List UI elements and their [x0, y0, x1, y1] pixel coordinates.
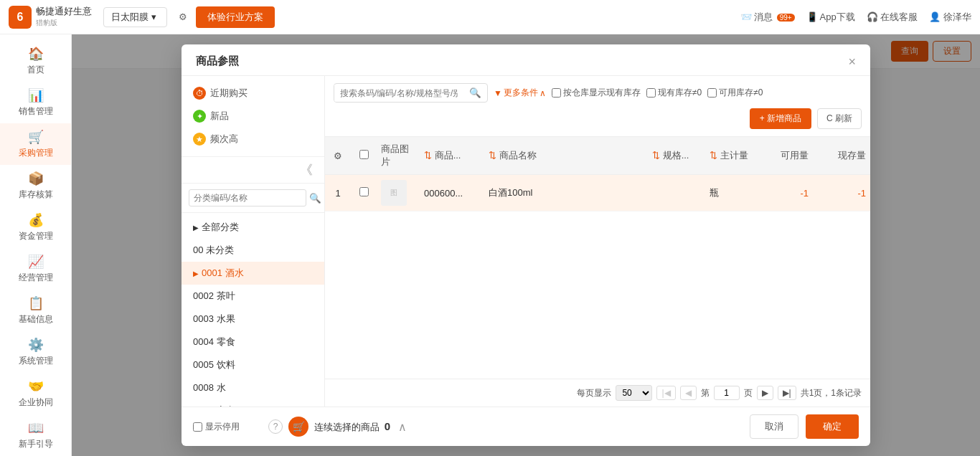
main-content-area: 查询 设置 商品参照 × — [72, 34, 980, 456]
sidebar-label-operation: 经营管理 — [19, 272, 53, 284]
sidebar-item-base[interactable]: 📋 基础信息 — [0, 290, 71, 331]
checkbox-available[interactable] — [646, 88, 656, 98]
checkbox-available-label[interactable]: 现有库存≠0 — [646, 87, 702, 99]
page-last-btn[interactable]: ▶| — [778, 386, 796, 400]
cat-item-0002[interactable]: 0002 茶叶 — [182, 285, 324, 308]
panel-collapse-btn[interactable]: 《 — [182, 157, 324, 184]
sidebar-item-purchase[interactable]: 🛒 采购管理 — [0, 123, 71, 165]
checkbox-usable[interactable] — [707, 88, 717, 98]
cat-item-0001[interactable]: ▶ 0001 酒水 — [182, 262, 324, 285]
user-avatar[interactable]: 👤 徐泽华 — [929, 11, 971, 24]
refresh-btn[interactable]: C 刷新 — [817, 108, 862, 129]
category-panel: ⏱ 近期购买 ✦ 新品 ★ 频次高 — [182, 76, 325, 407]
cancel-button[interactable]: 取消 — [750, 414, 798, 439]
modal-close-button[interactable]: × — [848, 55, 856, 68]
sidebar-label-home: 首页 — [27, 64, 44, 76]
help-icon-btn[interactable]: ? — [268, 419, 283, 434]
sidebar-item-inventory[interactable]: 📦 库存核算 — [0, 165, 71, 206]
checkbox-warehouse-label[interactable]: 按仓库显示现有库存 — [552, 87, 641, 99]
page-label: 第 — [701, 387, 710, 399]
trial-btn[interactable]: 体验行业方案 — [196, 6, 275, 28]
cat-item-0008[interactable]: 0008 水 — [182, 376, 324, 399]
cat-item-all[interactable]: ▶ 全部分类 — [182, 216, 324, 239]
brand-sub: 猎豹版 — [36, 18, 92, 28]
footer-center: ? 🛒 连续选择的商品 0 ∧ — [268, 417, 407, 437]
cat-item-0005[interactable]: 0005 饮料 — [182, 353, 324, 376]
sidebar-item-finance[interactable]: 💰 资金管理 — [0, 206, 71, 248]
checkbox-warehouse[interactable] — [552, 88, 561, 98]
show-disabled-checkbox[interactable] — [193, 422, 202, 432]
show-disabled-label[interactable]: 显示停用 — [193, 421, 240, 433]
td-checkbox — [351, 175, 377, 212]
footer-collapse-btn[interactable]: ∧ — [398, 420, 407, 434]
row-checkbox[interactable] — [359, 187, 369, 196]
sidebar-item-enterprise[interactable]: 🤝 企业协同 — [0, 373, 71, 414]
per-page-select[interactable]: 50 10 20 100 — [616, 385, 652, 401]
new-icon: ✦ — [193, 110, 206, 123]
sidebar-item-home[interactable]: 🏠 首页 — [0, 40, 71, 82]
table-row[interactable]: 1 图 000600... 白酒100ml — [325, 175, 870, 212]
page-next-btn[interactable]: ▶ — [757, 386, 773, 400]
page-number-input[interactable] — [714, 386, 740, 400]
finance-icon: 💰 — [28, 212, 44, 228]
quick-item-frequent[interactable]: ★ 频次高 — [182, 128, 324, 151]
sidebar-item-operation[interactable]: 📈 经营管理 — [0, 248, 71, 290]
inventory-icon: 📦 — [28, 171, 44, 186]
cat-item-0003[interactable]: 0003 水果 — [182, 308, 324, 331]
th-code: ⇅ 商品... — [420, 137, 484, 175]
product-image-placeholder: 图 — [381, 180, 407, 206]
sidebar-item-sales[interactable]: 📊 销售管理 — [0, 82, 71, 123]
guide-icon: 📖 — [28, 420, 44, 436]
purchase-icon: 🛒 — [28, 129, 44, 145]
table-header-row: ⚙ 商品图片 ⇅ 商品... — [325, 137, 870, 175]
quick-item-recent[interactable]: ⏱ 近期购买 — [182, 82, 324, 105]
page-first-btn[interactable]: |◀ — [656, 386, 675, 400]
filter-more-btn[interactable]: ▼ 更多条件 ∧ — [494, 87, 546, 99]
main-layout: 🏠 首页 📊 销售管理 🛒 采购管理 📦 库存核算 💰 资金管理 📈 经营管理 … — [0, 34, 980, 456]
product-search-box: 🔍 — [334, 83, 488, 103]
brand-name: 畅捷通好生意 — [36, 6, 92, 18]
category-search-input[interactable] — [189, 189, 306, 206]
th-checkbox — [351, 137, 377, 175]
th-image: 商品图片 — [377, 137, 420, 175]
th-available: 可用量 — [755, 137, 813, 175]
td-spec — [648, 175, 705, 212]
quick-access-section: ⏱ 近期购买 ✦ 新品 ★ 频次高 — [182, 76, 324, 157]
td-available: -1 — [755, 175, 813, 212]
logo-area: 6 畅捷通好生意 猎豹版 — [9, 6, 92, 29]
freq-icon: ★ — [193, 133, 206, 146]
page-unit-label: 页 — [744, 387, 753, 399]
left-sidebar: 🏠 首页 📊 销售管理 🛒 采购管理 📦 库存核算 💰 资金管理 📈 经营管理 … — [0, 34, 72, 456]
warehouse-selector[interactable]: 日太阳膜 ▾ — [103, 7, 167, 27]
th-stock: 现存量 — [813, 137, 870, 175]
product-search-btn[interactable]: 🔍 — [463, 84, 487, 102]
page-prev-btn[interactable]: ◀ — [680, 386, 697, 400]
td-num: 1 — [325, 175, 351, 212]
quick-item-new[interactable]: ✦ 新品 — [182, 105, 324, 128]
cat-item-0004[interactable]: 0004 零食 — [182, 331, 324, 353]
settings-nav-btn[interactable]: ⚙ — [173, 7, 193, 27]
sidebar-label-inventory: 库存核算 — [19, 189, 53, 201]
cart-icon: 🛒 — [288, 417, 308, 437]
add-product-btn[interactable]: + 新增商品 — [750, 108, 811, 129]
checkbox-usable-label[interactable]: 可用库存≠0 — [707, 87, 763, 99]
expand-arrow-icon: ▶ — [193, 224, 199, 232]
sort-icon-name: ⇅ — [489, 150, 496, 161]
select-all-checkbox[interactable] — [359, 150, 369, 159]
online-service-link[interactable]: 🎧 在线客服 — [867, 11, 918, 24]
chevron-down-icon: ▾ — [151, 11, 156, 22]
sidebar-item-guide[interactable]: 📖 新手引导 — [0, 414, 71, 456]
confirm-button[interactable]: 确定 — [806, 414, 859, 439]
sidebar-item-system[interactable]: ⚙️ 系统管理 — [0, 331, 71, 373]
modal-footer: 显示停用 ? 🛒 连续选择的商品 0 ∧ 取消 确定 — [182, 407, 870, 446]
notifications-area[interactable]: 📨 消息 99+ — [740, 11, 795, 24]
cat-item-00[interactable]: 00 未分类 — [182, 239, 324, 262]
sidebar-label-enterprise: 企业协同 — [19, 396, 53, 409]
category-search-icon-btn[interactable]: 🔍 — [309, 193, 321, 204]
sidebar-label-purchase: 采购管理 — [19, 147, 53, 159]
app-download-link[interactable]: 📱 App下载 — [806, 11, 855, 24]
product-search-input[interactable] — [334, 85, 463, 102]
table-body: 1 图 000600... 白酒100ml — [325, 175, 870, 212]
product-table-container: ⚙ 商品图片 ⇅ 商品... — [325, 137, 870, 379]
cat-item-0010[interactable]: 0010 家电 — [182, 399, 324, 407]
